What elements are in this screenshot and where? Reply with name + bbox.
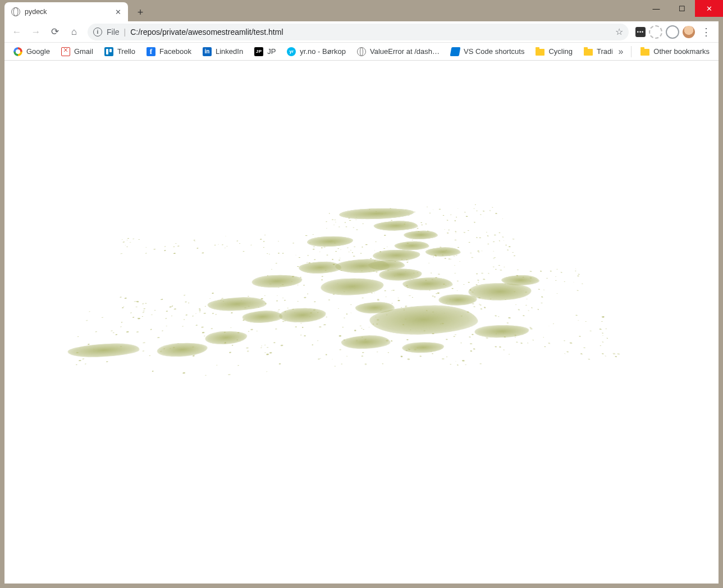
profile-avatar[interactable] xyxy=(683,26,695,38)
window-minimize-button[interactable]: — xyxy=(643,0,669,17)
hex-speckle xyxy=(355,217,356,218)
bookmark-item[interactable]: yryr.no - Børkop xyxy=(282,45,350,58)
hex-speckle xyxy=(477,250,479,252)
cluster-base xyxy=(321,277,385,296)
page-info-icon[interactable]: i xyxy=(93,28,102,37)
hex-speckle xyxy=(461,343,462,343)
hex-speckle xyxy=(269,352,271,353)
hex-speckle xyxy=(381,213,383,215)
hex-speckle xyxy=(444,229,445,230)
hex-speckle xyxy=(442,215,444,216)
bookmarks-overflow-button[interactable]: » xyxy=(615,44,626,59)
pydeck-hexagon-map[interactable] xyxy=(4,192,719,437)
bookmark-label: ValueError at /dash… xyxy=(370,47,440,56)
hex-speckle xyxy=(146,303,147,303)
tab-pydeck[interactable]: pydeck ✕ xyxy=(4,2,128,21)
hex-speckle xyxy=(346,356,347,357)
chrome-menu-button[interactable]: ⋮ xyxy=(698,26,714,38)
window-inner: pydeck ✕ + ← → ⟳ ⌂ i File | C:/repos/pri… xyxy=(4,0,719,584)
hex-speckle xyxy=(225,236,226,236)
hex-speckle xyxy=(422,224,423,225)
hex-speckle xyxy=(278,241,278,241)
vs-icon xyxy=(450,47,461,56)
hex-speckle xyxy=(230,327,232,328)
hex-speckle xyxy=(313,234,314,235)
hex-speckle xyxy=(264,295,266,296)
hex-speckle xyxy=(164,250,166,251)
hex-speckle xyxy=(135,306,137,307)
forward-button[interactable]: → xyxy=(27,23,45,41)
cluster-base xyxy=(401,276,454,290)
hex-speckle xyxy=(342,327,344,327)
hex-speckle xyxy=(493,258,495,258)
bookmark-item[interactable]: ValueError at /dash… xyxy=(353,45,444,58)
hex-speckle xyxy=(132,238,134,239)
bookmark-item[interactable]: Google xyxy=(9,45,54,58)
bookmark-item[interactable]: inLinkedIn xyxy=(198,45,248,58)
hex-speckle xyxy=(600,345,601,345)
hex-speckle xyxy=(531,307,533,308)
hex-speckle xyxy=(111,330,112,331)
bookmark-item[interactable]: Trading Analytics xyxy=(579,45,612,58)
bookmark-item[interactable]: fFacebook xyxy=(142,45,196,58)
hex-speckle xyxy=(468,282,470,282)
hex-speckle xyxy=(434,296,436,297)
hex-speckle xyxy=(212,293,214,294)
hex-speckle xyxy=(79,359,81,361)
hex-speckle xyxy=(374,260,376,261)
hex-speckle xyxy=(499,233,501,233)
hex-speckle xyxy=(516,341,518,343)
hex-speckle xyxy=(555,280,556,280)
window-maximize-button[interactable]: ☐ xyxy=(669,0,695,17)
cluster-base xyxy=(354,301,395,314)
bookmark-item[interactable]: Trello xyxy=(100,45,140,58)
hex-speckle xyxy=(405,222,406,223)
hex-speckle xyxy=(182,326,184,326)
map-cluster-birmingham xyxy=(321,277,385,296)
hex-speckle xyxy=(226,246,227,247)
hex-speckle xyxy=(617,353,620,355)
bookmark-item[interactable]: Gmail xyxy=(57,45,98,58)
hex-speckle xyxy=(468,241,470,242)
hex-speckle xyxy=(478,297,481,298)
hex-speckle xyxy=(406,262,408,262)
address-bar[interactable]: i File | C:/repos/private/awesomestreaml… xyxy=(88,24,629,40)
bookmark-item[interactable]: JPJP xyxy=(250,45,280,58)
hex-speckle xyxy=(372,267,373,267)
new-tab-button[interactable]: + xyxy=(132,4,148,20)
reload-button[interactable]: ⟳ xyxy=(46,23,64,41)
extension-ring-icon[interactable] xyxy=(666,25,679,39)
home-button[interactable]: ⌂ xyxy=(65,23,83,41)
bookmark-star-icon[interactable]: ☆ xyxy=(615,26,623,37)
window-close-button[interactable]: ✕ xyxy=(695,0,723,17)
hex-speckle xyxy=(457,364,459,365)
bookmark-item[interactable]: VS Code shortcuts xyxy=(446,45,529,58)
map-cluster-norwich xyxy=(500,275,541,286)
hex-speckle xyxy=(446,356,448,357)
hex-speckle xyxy=(267,253,268,253)
other-bookmarks-button[interactable]: Other bookmarks xyxy=(636,45,714,58)
hex-speckle xyxy=(236,240,239,241)
map-cluster-bristol xyxy=(279,307,326,323)
hex-speckle xyxy=(445,285,446,285)
hex-speckle xyxy=(446,302,447,303)
hex-speckle xyxy=(341,363,342,364)
hex-speckle xyxy=(444,313,445,313)
hex-speckle xyxy=(353,227,354,227)
tab-close-button[interactable]: ✕ xyxy=(113,7,122,16)
minimize-icon: — xyxy=(653,4,660,13)
page-viewport[interactable] xyxy=(4,61,719,584)
hex-speckle xyxy=(263,241,265,241)
extension-lastpass-icon[interactable]: ••• xyxy=(635,27,646,37)
hex-speckle xyxy=(304,297,306,298)
hex-speckle xyxy=(525,291,527,293)
bookmark-item[interactable]: Cycling xyxy=(531,45,577,58)
back-button[interactable]: ← xyxy=(8,23,26,41)
hex-speckle xyxy=(419,355,422,357)
cluster-base xyxy=(401,341,445,354)
hex-speckle xyxy=(477,279,479,280)
cluster-base xyxy=(206,296,267,312)
hex-speckle xyxy=(142,303,144,304)
hex-speckle xyxy=(502,332,504,333)
extension-generic-icon[interactable] xyxy=(649,25,662,39)
